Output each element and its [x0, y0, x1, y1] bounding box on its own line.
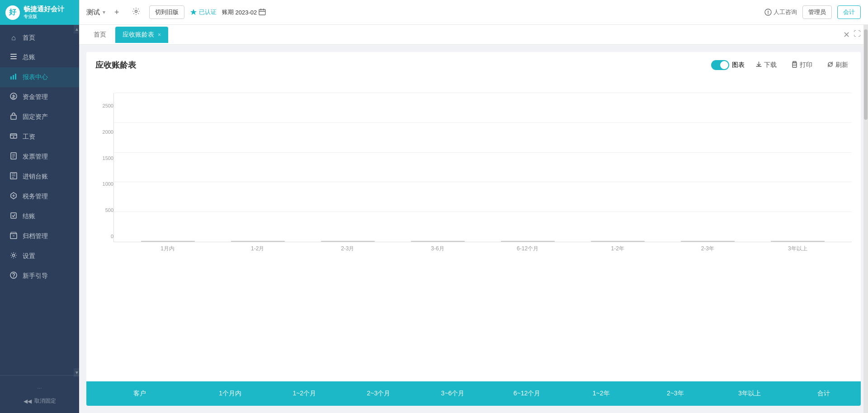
bar-1-2y — [591, 241, 645, 242]
sidebar-label-guide: 新手引导 — [23, 272, 48, 280]
close-window-icon[interactable]: ✕ — [843, 30, 850, 40]
refresh-btn[interactable]: 刷新 — [823, 59, 852, 71]
svg-rect-21 — [793, 61, 796, 63]
svg-rect-20 — [793, 65, 797, 67]
bar-chart: 0 500 1000 1500 2000 2500 — [95, 81, 852, 253]
settings-btn[interactable] — [128, 5, 144, 19]
print-btn[interactable]: 打印 — [788, 59, 816, 71]
sidebar-item-home[interactable]: ⌂ 首页 — [0, 28, 79, 47]
certified-badge: 已认证 — [190, 8, 217, 16]
th-2-3m: 2~3个月 — [341, 381, 415, 406]
download-icon — [755, 61, 762, 69]
bar-6-12m — [501, 241, 555, 242]
admin-btn[interactable]: 管理员 — [802, 5, 832, 19]
sidebar-item-fixed-assets[interactable]: 固定资产 — [0, 107, 79, 127]
bar-1-2m — [231, 241, 285, 242]
app-logo: 好 畅捷通好会计 专业版 — [0, 0, 79, 25]
sidebar-item-purchase-sales[interactable]: 进销台账 — [0, 167, 79, 187]
main-area: 测试 ▾ + 切到旧版 已认证 账期 2023-02 人工咨询 管理员 会计 — [79, 0, 868, 413]
th-3-6m: 3~6个月 — [415, 381, 490, 406]
project-selector[interactable]: 测试 ▾ — [86, 8, 105, 17]
svg-point-17 — [135, 10, 137, 12]
x-label-1m: 1月内 — [123, 242, 212, 253]
cancel-fixed-btn[interactable]: ◀◀ 取消固定 — [0, 394, 79, 408]
x-label-1-2y: 1-2年 — [573, 242, 663, 253]
svg-rect-18 — [259, 9, 265, 15]
role-btn[interactable]: 会计 — [837, 5, 861, 19]
app-edition: 专业版 — [24, 14, 64, 20]
sidebar-label-settings: 设置 — [23, 252, 35, 260]
scroll-down-arrow[interactable]: ▼ — [74, 368, 79, 377]
sidebar-item-settings[interactable]: 设置 — [0, 246, 79, 266]
chart-toggle[interactable] — [711, 60, 729, 70]
fund-icon — [9, 93, 18, 102]
sidebar-item-ledger[interactable]: 总账 — [0, 47, 79, 67]
archive-icon — [9, 232, 18, 241]
certified-label: 已认证 — [199, 8, 217, 16]
sidebar-item-tax[interactable]: 税务管理 — [0, 187, 79, 206]
y-label-2000: 2000 — [95, 130, 113, 135]
tab-accounts-aging-label: 应收账龄表 — [123, 31, 154, 39]
right-scrollbar[interactable] — [863, 25, 868, 413]
sidebar-item-guide[interactable]: 新手引导 — [0, 266, 79, 286]
x-label-1-2m: 1-2月 — [212, 242, 302, 253]
consult-label: 人工咨询 — [774, 8, 797, 16]
topbar-right: 人工咨询 管理员 会计 — [764, 5, 861, 19]
sidebar-item-invoice[interactable]: 发票管理 — [0, 147, 79, 167]
svg-rect-5 — [15, 74, 16, 80]
logo-char: 好 — [9, 8, 16, 17]
tab-accounts-aging[interactable]: 应收账龄表 × — [115, 27, 168, 43]
bar-group-3y-plus — [753, 241, 843, 242]
tab-close-icon[interactable]: × — [158, 32, 161, 38]
chart-toggle-label: 图表 — [732, 61, 745, 69]
sidebar-label-invoice: 发票管理 — [23, 153, 48, 161]
pin-icon: ◀◀ — [24, 398, 32, 404]
th-1-2y: 1~2年 — [564, 381, 638, 406]
page-header: 应收账龄表 图表 下载 — [86, 52, 861, 76]
tab-expand-area: ✕ ⛶ — [843, 30, 861, 40]
bar-group-1-2m — [213, 241, 303, 242]
calendar-icon[interactable] — [259, 8, 266, 17]
sidebar-label-fixed-assets: 固定资产 — [23, 113, 48, 121]
sidebar-label-report: 报表中心 — [23, 73, 48, 81]
y-label-0: 0 — [95, 234, 113, 239]
print-label: 打印 — [800, 61, 812, 69]
expand-icon[interactable]: ⛶ — [854, 30, 861, 40]
sidebar-label-closing: 结账 — [23, 212, 35, 221]
add-project-btn[interactable]: + — [111, 6, 123, 19]
sidebar-item-report[interactable]: 报表中心 — [0, 67, 79, 87]
bar-1m — [141, 241, 195, 242]
sidebar-item-salary[interactable]: 工资 — [0, 127, 79, 147]
th-1-2m: 1~2个月 — [267, 381, 341, 406]
sidebar-item-archive[interactable]: 归档管理 — [0, 226, 79, 246]
download-btn[interactable]: 下载 — [752, 59, 780, 71]
period-label: 账期 — [222, 8, 234, 16]
th-6-12m: 6~12个月 — [490, 381, 564, 406]
switch-version-btn[interactable]: 切到旧版 — [149, 5, 184, 19]
sidebar-item-closing[interactable]: 结账 — [0, 206, 79, 226]
guide-icon — [9, 272, 18, 281]
svg-point-22 — [796, 64, 797, 65]
tab-home[interactable]: 首页 — [86, 27, 113, 43]
svg-point-16 — [13, 277, 14, 278]
th-2-3y: 2~3年 — [638, 381, 712, 406]
sidebar-label-salary: 工资 — [23, 133, 35, 141]
y-label-2500: 2500 — [95, 103, 113, 108]
app-name: 畅捷通好会计 — [24, 5, 64, 13]
consult-btn[interactable]: 人工咨询 — [764, 8, 797, 16]
period-value: 2023-02 — [236, 9, 257, 16]
table-header: 客户 1个月内 1~2个月 2~3个月 3~6个月 6~12个月 1~2年 2~… — [86, 381, 861, 406]
x-label-2-3m: 2-3月 — [302, 242, 392, 253]
fixed-assets-icon — [9, 113, 18, 122]
scroll-up-arrow[interactable]: ▲ — [74, 25, 79, 33]
x-label-2-3y: 2-3年 — [663, 242, 753, 253]
sidebar-label-home: 首页 — [23, 34, 35, 42]
sidebar-item-fund[interactable]: 资金管理 — [0, 87, 79, 107]
salary-icon — [9, 132, 18, 141]
y-label-1000: 1000 — [95, 182, 113, 187]
ledger-icon — [9, 53, 18, 62]
sidebar-label-ledger: 总账 — [23, 53, 35, 61]
sidebar-label-purchase-sales: 进销台账 — [23, 173, 48, 181]
bar-group-2-3y — [663, 241, 753, 242]
invoice-icon — [9, 152, 18, 161]
